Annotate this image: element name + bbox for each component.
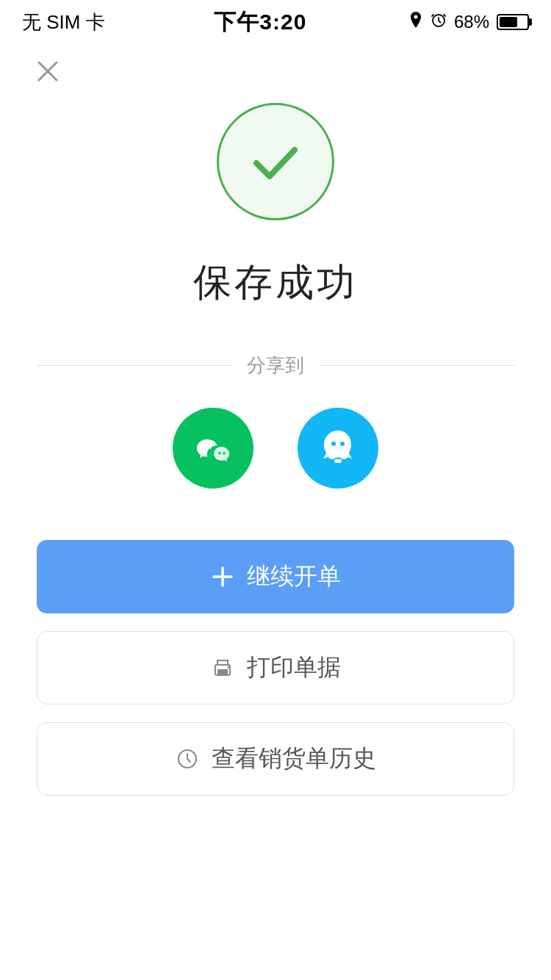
svg-point-3	[203, 446, 206, 449]
carrier-label: 无 SIM 卡	[22, 10, 105, 35]
wechat-share-button[interactable]	[173, 408, 253, 489]
share-divider: 分享到	[0, 353, 551, 378]
history-label: 查看销货单历史	[212, 743, 376, 775]
print-button[interactable]: 打印单据	[37, 631, 514, 705]
status-right: 68%	[408, 11, 529, 33]
svg-point-4	[209, 446, 212, 449]
location-icon	[408, 11, 423, 33]
svg-point-5	[218, 452, 221, 455]
svg-rect-9	[334, 459, 342, 463]
share-label: 分享到	[232, 353, 319, 378]
share-icons-row	[173, 408, 378, 489]
continue-button[interactable]: 继续开单	[37, 540, 514, 613]
divider-line-left	[37, 365, 232, 366]
status-bar: 无 SIM 卡 下午3:20 68%	[0, 0, 551, 44]
history-button[interactable]: 查看销货单历史	[37, 722, 514, 796]
success-title: 保存成功	[193, 257, 358, 309]
battery-percent: 68%	[454, 12, 489, 32]
success-icon-circle	[217, 103, 334, 220]
checkmark-icon	[246, 132, 305, 191]
history-icon	[175, 746, 200, 771]
svg-rect-15	[217, 669, 228, 675]
continue-label: 继续开单	[247, 561, 341, 593]
share-section: 分享到	[0, 353, 551, 489]
qq-share-button[interactable]	[298, 408, 378, 489]
qq-icon	[314, 425, 361, 472]
action-buttons: 继续开单 打印单据 查看销货单历史	[0, 540, 551, 796]
status-time: 下午3:20	[214, 7, 306, 37]
close-button[interactable]	[29, 53, 66, 90]
svg-point-16	[228, 666, 230, 669]
wechat-icon	[190, 425, 237, 472]
battery-icon	[497, 14, 529, 30]
printer-icon	[210, 655, 235, 680]
divider-line-right	[319, 365, 514, 366]
svg-point-10	[331, 442, 336, 446]
plus-icon	[210, 564, 235, 589]
svg-point-11	[340, 442, 345, 446]
svg-point-6	[223, 452, 226, 455]
alarm-icon	[431, 12, 447, 32]
svg-point-8	[340, 455, 347, 459]
status-left: 无 SIM 卡	[22, 10, 112, 35]
main-content: 保存成功 分享到	[0, 44, 551, 796]
svg-point-7	[328, 455, 336, 459]
print-label: 打印单据	[247, 652, 341, 684]
